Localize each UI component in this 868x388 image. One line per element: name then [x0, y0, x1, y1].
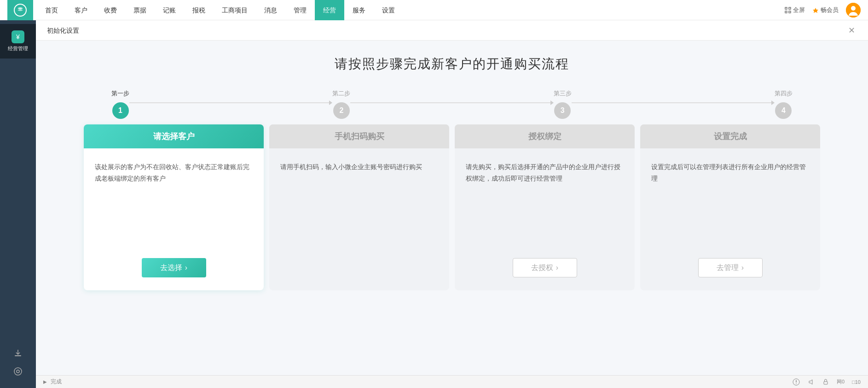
connector-3-4 — [572, 100, 775, 105]
nav-right-area: 全屏 畅会员 — [785, 3, 861, 18]
connector-2-3 — [350, 100, 553, 105]
sidebar-bottom — [0, 344, 36, 388]
card-3-header: 授权绑定 — [455, 124, 635, 148]
connector-1-2 — [129, 100, 332, 105]
step-4-bubble: 4 — [775, 102, 792, 119]
svg-rect-4 — [789, 11, 791, 13]
step-card-4: 设置完成 设置完成后可以在管理列表进行所有企业用户的经营管理 去管理 › — [640, 124, 820, 290]
main-content: 初始化设置 ✕ 请按照步骤完成新客户的开通购买流程 第一步 1 — [36, 20, 868, 388]
go-auth-button[interactable]: 去授权 › — [513, 258, 577, 277]
svg-rect-3 — [785, 11, 787, 13]
sidebar-item-operation[interactable]: ¥ 经营管理 — [0, 24, 36, 59]
card-2-footer — [269, 270, 449, 290]
sidebar: ¥ 经营管理 — [0, 20, 36, 388]
card-1-body: 该处展示的客户为不在回收站、客户状态正常建账后完成老板端绑定的所有客户 — [84, 148, 264, 251]
fullscreen-label: 全屏 — [793, 6, 805, 14]
step-node-3: 第三步 3 — [554, 89, 572, 119]
step-1-label: 第一步 — [111, 89, 129, 98]
card-4-header: 设置完成 — [640, 124, 820, 148]
svg-rect-2 — [789, 7, 791, 9]
page-title: 请按照步骤完成新客户的开通购买流程 — [335, 55, 569, 73]
card-1-footer: 去选择 › — [84, 251, 264, 290]
svg-rect-8 — [15, 355, 21, 356]
nav-invoice[interactable]: 票据 — [125, 0, 155, 20]
step-node-4: 第四步 4 — [775, 89, 793, 119]
svg-rect-1 — [785, 7, 787, 9]
nav-operation[interactable]: 经营 — [315, 0, 344, 20]
card-4-footer: 去管理 › — [640, 251, 820, 290]
lock-icon — [822, 378, 829, 386]
user-avatar[interactable] — [846, 3, 861, 18]
go-manage-button[interactable]: 去管理 › — [698, 258, 763, 277]
card-3-footer: 去授权 › — [455, 251, 635, 290]
breadcrumb: 初始化设置 — [47, 20, 79, 41]
app-logo — [7, 0, 33, 20]
nav-menu: 首页 客户 收费 票据 记账 报税 工商项目 消息 管理 经营 服务 设置 — [37, 0, 785, 20]
step-card-3: 授权绑定 请先购买，购买后选择开通的产品中的企业用户进行授权绑定，成功后即可进行… — [455, 124, 635, 290]
nav-settings[interactable]: 设置 — [374, 0, 403, 20]
step-2-label: 第二步 — [332, 89, 350, 98]
nav-service[interactable]: 服务 — [344, 0, 374, 20]
step-3-label: 第三步 — [554, 89, 572, 98]
step-1-bubble: 1 — [112, 102, 129, 119]
cards-row: 请选择客户 该处展示的客户为不在回收站、客户状态正常建账后完成老板端绑定的所有客… — [84, 124, 820, 290]
close-button[interactable]: ✕ — [846, 25, 857, 36]
go-select-arrow: › — [185, 264, 187, 272]
member-label: 畅会员 — [821, 6, 839, 14]
breadcrumb-bar: 初始化设置 ✕ — [36, 20, 868, 41]
nav-business[interactable]: 工商项目 — [214, 0, 256, 20]
nav-customer[interactable]: 客户 — [66, 0, 96, 20]
fullscreen-button[interactable]: 全屏 — [785, 6, 805, 14]
svg-point-10 — [17, 370, 19, 373]
svg-rect-12 — [824, 382, 827, 384]
status-bar: ▶ 完成 网0 □10 — [36, 375, 868, 388]
go-manage-label: 去管理 — [717, 263, 739, 273]
nav-message[interactable]: 消息 — [256, 0, 285, 20]
nav-home[interactable]: 首页 — [37, 0, 66, 20]
operation-icon: ¥ — [12, 30, 24, 43]
card-2-header: 手机扫码购买 — [269, 124, 449, 148]
main-layout: ¥ 经营管理 初始化设置 ✕ 请按照步骤完成新客户的开通购买流程 — [0, 20, 868, 388]
step-node-1: 第一步 1 — [111, 89, 129, 119]
nav-accounting[interactable]: 记账 — [155, 0, 184, 20]
card-2-body: 请用手机扫码，输入小微企业主账号密码进行购买 — [269, 148, 449, 270]
go-manage-arrow: › — [741, 264, 744, 272]
play-icon: ▶ — [43, 379, 47, 384]
shield-icon — [793, 378, 800, 386]
sidebar-download[interactable] — [0, 344, 36, 362]
svg-marker-5 — [813, 8, 818, 13]
sound-icon — [807, 378, 815, 386]
nav-manage[interactable]: 管理 — [285, 0, 315, 20]
member-button[interactable]: 畅会员 — [812, 6, 839, 14]
step-3-bubble: 3 — [554, 102, 571, 119]
status-text: 完成 — [51, 378, 62, 386]
status-bar-right: 网0 □10 — [793, 378, 861, 386]
go-select-button[interactable]: 去选择 › — [142, 258, 206, 277]
step-card-2: 手机扫码购买 请用手机扫码，输入小微企业主账号密码进行购买 — [269, 124, 449, 290]
sidebar-item-label: 经营管理 — [8, 45, 28, 52]
sidebar-support[interactable] — [0, 362, 36, 381]
go-auth-label: 去授权 — [531, 263, 553, 273]
step-2-bubble: 2 — [333, 102, 350, 119]
card-1-header: 请选择客户 — [84, 124, 264, 148]
steps-visual: 第一步 1 第二步 2 — [84, 89, 820, 119]
step-node-2: 第二步 2 — [332, 89, 350, 119]
step-4-label: 第四步 — [775, 89, 793, 98]
step-card-1: 请选择客户 该处展示的客户为不在回收站、客户状态正常建账后完成老板端绑定的所有客… — [84, 124, 264, 290]
go-select-label: 去选择 — [160, 263, 182, 273]
top-navigation: 首页 客户 收费 票据 记账 报税 工商项目 消息 管理 经营 服务 设置 全屏… — [0, 0, 868, 20]
network-status: 网0 — [837, 378, 845, 385]
nav-tax[interactable]: 报税 — [184, 0, 214, 20]
content-area: 请按照步骤完成新客户的开通购买流程 第一步 1 第二步 2 — [36, 41, 868, 375]
svg-point-9 — [14, 368, 22, 375]
svg-point-7 — [851, 6, 856, 11]
card-3-body: 请先购买，购买后选择开通的产品中的企业用户进行授权绑定，成功后即可进行经营管理 — [455, 148, 635, 251]
cpu-status: □10 — [852, 379, 861, 385]
nav-billing[interactable]: 收费 — [96, 0, 125, 20]
go-auth-arrow: › — [556, 264, 558, 272]
card-4-body: 设置完成后可以在管理列表进行所有企业用户的经营管理 — [640, 148, 820, 251]
